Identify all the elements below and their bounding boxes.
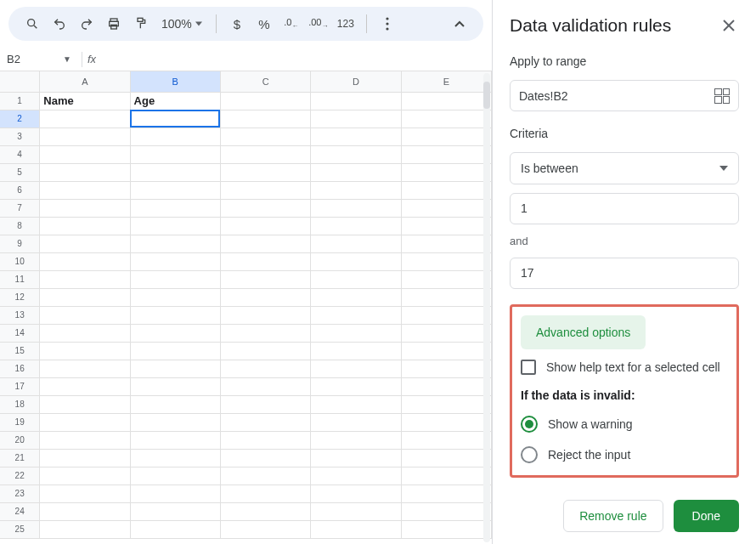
cell[interactable] <box>311 288 401 306</box>
cell[interactable] <box>220 431 310 449</box>
apply-range-value[interactable] <box>519 89 714 103</box>
increase-decimal-icon[interactable]: .00→ <box>307 12 330 36</box>
zoom-dropdown[interactable]: 100% <box>156 17 207 31</box>
row-header[interactable]: 5 <box>0 163 40 181</box>
collapse-toolbar-icon[interactable] <box>448 12 471 36</box>
cell[interactable] <box>401 342 491 360</box>
cell[interactable] <box>40 520 130 538</box>
cell[interactable] <box>311 235 401 252</box>
cell[interactable] <box>311 502 401 520</box>
row-header[interactable]: 17 <box>0 377 40 395</box>
cell[interactable] <box>401 395 491 413</box>
cell[interactable] <box>40 467 130 484</box>
cell[interactable] <box>311 110 401 128</box>
row-header[interactable]: 12 <box>0 288 40 306</box>
decrease-decimal-icon[interactable]: .0← <box>279 12 303 36</box>
cell[interactable] <box>220 181 310 199</box>
criteria-min-input[interactable] <box>510 193 739 224</box>
percent-icon[interactable]: % <box>252 12 276 36</box>
select-range-icon[interactable] <box>714 88 730 104</box>
row-header[interactable]: 20 <box>0 431 40 449</box>
cell[interactable] <box>220 252 310 270</box>
cell[interactable] <box>130 502 220 520</box>
row-header[interactable]: 10 <box>0 252 40 270</box>
row-header[interactable]: 18 <box>0 395 40 413</box>
row-header[interactable]: 3 <box>0 128 40 145</box>
cell[interactable] <box>40 145 130 163</box>
cell[interactable] <box>311 360 401 377</box>
cell[interactable] <box>220 306 310 324</box>
cell[interactable] <box>130 484 220 502</box>
row-header[interactable]: 6 <box>0 181 40 199</box>
cell[interactable] <box>40 110 130 128</box>
cell[interactable] <box>40 395 130 413</box>
column-header[interactable]: C <box>220 71 310 92</box>
cell[interactable] <box>401 449 491 467</box>
cell[interactable] <box>220 413 310 431</box>
done-button[interactable]: Done <box>674 500 739 532</box>
cell[interactable] <box>220 395 310 413</box>
show-help-text-checkbox[interactable] <box>521 360 536 375</box>
cell[interactable] <box>40 128 130 145</box>
cell[interactable] <box>40 360 130 377</box>
cell[interactable] <box>130 145 220 163</box>
cell[interactable] <box>401 467 491 484</box>
cell[interactable] <box>311 520 401 538</box>
cell[interactable] <box>220 92 310 110</box>
cell[interactable] <box>130 377 220 395</box>
cell[interactable] <box>401 252 491 270</box>
column-header[interactable]: B <box>130 71 220 92</box>
cell[interactable] <box>130 252 220 270</box>
cell[interactable] <box>40 252 130 270</box>
row-header[interactable]: 7 <box>0 199 40 217</box>
cell[interactable] <box>220 145 310 163</box>
formula-input[interactable] <box>96 48 492 71</box>
cell[interactable] <box>401 128 491 145</box>
row-header[interactable]: 16 <box>0 360 40 377</box>
cell[interactable] <box>40 199 130 217</box>
cell[interactable] <box>40 217 130 235</box>
cell[interactable] <box>401 431 491 449</box>
cell[interactable] <box>220 342 310 360</box>
row-header[interactable]: 23 <box>0 484 40 502</box>
row-header[interactable]: 8 <box>0 217 40 235</box>
undo-icon[interactable] <box>48 12 71 36</box>
cell[interactable] <box>401 163 491 181</box>
cell[interactable] <box>40 181 130 199</box>
cell[interactable] <box>40 306 130 324</box>
cell[interactable]: Age <box>130 92 220 110</box>
cell[interactable] <box>220 360 310 377</box>
cell[interactable] <box>220 235 310 252</box>
cell[interactable] <box>311 377 401 395</box>
cell[interactable] <box>311 163 401 181</box>
row-header[interactable]: 19 <box>0 413 40 431</box>
cell[interactable] <box>401 217 491 235</box>
close-icon[interactable] <box>719 15 739 36</box>
cell[interactable] <box>311 181 401 199</box>
cell[interactable] <box>401 324 491 342</box>
cell[interactable] <box>401 484 491 502</box>
column-header[interactable]: A <box>40 71 130 92</box>
row-header[interactable]: 14 <box>0 324 40 342</box>
cell[interactable] <box>40 413 130 431</box>
cell[interactable] <box>401 235 491 252</box>
cell[interactable] <box>311 145 401 163</box>
row-header[interactable]: 13 <box>0 306 40 324</box>
cell[interactable] <box>220 520 310 538</box>
cell[interactable] <box>401 110 491 128</box>
cell[interactable] <box>130 413 220 431</box>
cell[interactable] <box>220 288 310 306</box>
cell[interactable] <box>130 431 220 449</box>
cell[interactable] <box>401 288 491 306</box>
cell[interactable] <box>220 502 310 520</box>
cell[interactable] <box>311 92 401 110</box>
cell[interactable] <box>220 217 310 235</box>
row-header[interactable]: 15 <box>0 342 40 360</box>
cell[interactable] <box>40 324 130 342</box>
cell[interactable] <box>130 449 220 467</box>
cell[interactable] <box>40 377 130 395</box>
cell[interactable] <box>130 128 220 145</box>
cell[interactable] <box>401 199 491 217</box>
cell[interactable] <box>220 449 310 467</box>
advanced-options-button[interactable]: Advanced options <box>521 315 646 349</box>
